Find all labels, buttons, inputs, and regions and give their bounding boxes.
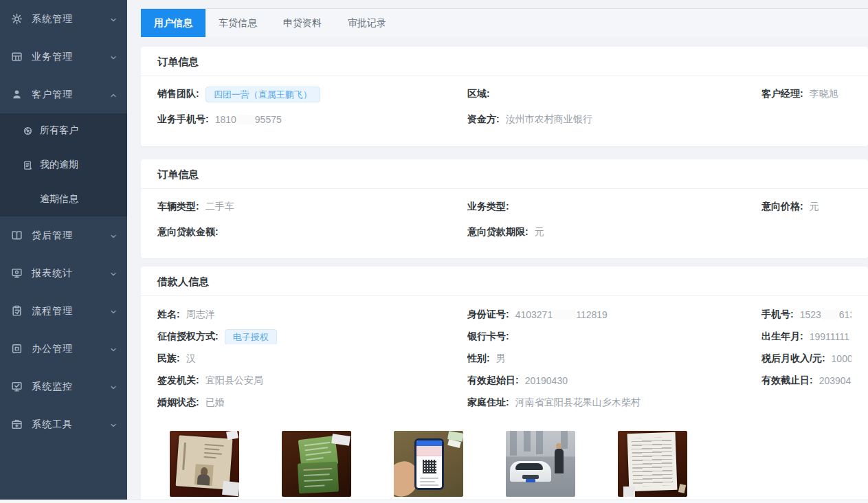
field-gender: 性别: 男 [467, 351, 761, 366]
tab-bar: 用户信息 车贷信息 申贷资料 审批记录 [141, 8, 868, 36]
field-valid-to: 有效截止日: 20390430 [761, 373, 852, 388]
sales-team-tag[interactable]: 四团一营（直属王鹏飞） [205, 87, 320, 102]
field-label: 销售团队: [157, 88, 199, 100]
sidebar-item-system-mgmt[interactable]: 系统管理 [0, 0, 127, 38]
redaction-patch [821, 310, 839, 320]
green-booklet-photo[interactable] [282, 431, 351, 497]
field-label: 性别: [467, 353, 490, 365]
chevron-down-icon [109, 269, 118, 278]
id-card-photo[interactable] [170, 431, 239, 497]
sidebar-item-system-monitor[interactable]: 系统监控 [0, 368, 127, 405]
field-value: 15236137 [800, 309, 852, 320]
sidebar-item-label: 办公管理 [32, 343, 109, 355]
field-label: 签发机关: [157, 375, 199, 387]
customer-submenu: 所有客户 我的逾期 逾期信息 [0, 113, 127, 216]
sidebar-item-all-customers[interactable]: 所有客户 [0, 113, 127, 148]
card-title: 订单信息 [141, 47, 868, 76]
field-value: 河南省宜阳县花果山乡木柴村 [515, 396, 641, 409]
handwritten-doc-photo[interactable] [618, 431, 687, 497]
field-label: 银行卡号: [467, 331, 509, 343]
field-marital-status: 婚姻状态: 已婚 [157, 395, 467, 410]
field-valid-from: 有效起始日: 20190430 [467, 373, 761, 388]
field-label: 身份证号: [467, 309, 509, 321]
redaction-patch [236, 115, 255, 124]
field-label: 出生年月: [761, 331, 803, 343]
field-label: 区域: [467, 88, 490, 100]
field-label: 家庭住址: [467, 396, 509, 409]
gear-icon [11, 13, 23, 25]
sidebar-item-label: 报表统计 [32, 267, 109, 280]
sidebar-item-business-mgmt[interactable]: 业务管理 [0, 38, 127, 76]
sidebar-item-label: 业务管理 [32, 51, 109, 63]
chevron-down-icon [109, 53, 118, 61]
clipboard-edit-icon [11, 305, 23, 317]
field-value: 汝州市农村商业银行 [506, 113, 592, 126]
nested-square-icon [11, 343, 23, 355]
field-bank-card: 银行卡号: [467, 329, 761, 344]
field-label: 姓名: [157, 309, 180, 321]
field-label: 意向价格: [761, 201, 803, 213]
field-label: 资金方: [467, 113, 500, 126]
credit-auth-tag[interactable]: 电子授权 [225, 329, 277, 344]
field-value: 宜阳县公安局 [205, 375, 263, 387]
qr-auth-photo[interactable] [394, 431, 463, 497]
field-value: 李晓旭 [810, 88, 838, 100]
tab-approval-records[interactable]: 审批记录 [335, 9, 399, 37]
field-value: 已婚 [205, 396, 225, 409]
chevron-down-icon [109, 232, 118, 240]
field-value: 周志洋 [186, 309, 215, 321]
field-business-phone: 业务手机号: 181095575 [157, 111, 467, 128]
sidebar-item-my-overdue[interactable]: 我的逾期 [0, 148, 127, 182]
field-label: 业务手机号: [157, 113, 209, 126]
field-intent-loan-term: 意向贷款期限: 元 [467, 224, 761, 241]
chevron-down-icon [109, 345, 118, 353]
chevron-down-icon [109, 383, 118, 391]
tab-loan-application-docs[interactable]: 申贷资料 [270, 9, 335, 37]
sidebar-item-report-stats[interactable]: 报表统计 [0, 254, 127, 292]
field-value: 元 [810, 201, 819, 213]
wheel-icon [23, 126, 33, 136]
field-intent-loan-amount: 意向贷款金额: [157, 224, 467, 241]
person-car-photo[interactable] [506, 431, 575, 497]
field-label: 婚姻状态: [157, 396, 199, 409]
order-info-card: 订单信息 销售团队: 四团一营（直属王鹏飞） 区域: 客户经理: 李晓旭 业务手… [141, 47, 868, 146]
field-value: 181095575 [215, 114, 282, 125]
tab-user-info[interactable]: 用户信息 [141, 9, 205, 37]
field-business-type: 业务类型: [467, 199, 761, 215]
sidebar-item-label: 我的逾期 [40, 159, 78, 171]
sidebar-item-label: 系统管理 [32, 13, 109, 25]
field-value: 元 [535, 226, 544, 238]
sidebar-item-label: 贷后管理 [32, 230, 109, 242]
photo-row: 本人图 [170, 431, 868, 503]
sidebar-item-process-mgmt[interactable]: 流程管理 [0, 292, 127, 330]
sidebar-item-post-loan-mgmt[interactable]: 贷后管理 [0, 216, 127, 254]
sidebar-item-label: 流程管理 [32, 305, 109, 317]
field-name: 姓名: 周志洋 [157, 307, 467, 322]
sidebar: 系统管理 业务管理 客户管理 所有客户 我的逾期 逾期信息 [0, 0, 127, 500]
field-sales-team: 销售团队: 四团一营（直属王鹏飞） [157, 86, 467, 102]
sidebar-item-office-mgmt[interactable]: 办公管理 [0, 330, 127, 368]
field-value: 男 [496, 353, 506, 365]
chevron-down-icon [109, 421, 118, 429]
monitor-check-icon [11, 381, 23, 392]
field-funder: 资金方: 汝州市农村商业银行 [467, 111, 761, 128]
field-value: 10000 [832, 353, 852, 364]
field-value: 19911111 [810, 331, 849, 342]
chevron-down-icon [109, 15, 118, 23]
sidebar-item-system-tools[interactable]: 系统工具 [0, 405, 127, 443]
field-label: 征信授权方式: [157, 331, 219, 343]
sidebar-item-customer-mgmt[interactable]: 客户管理 [0, 76, 127, 113]
field-phone: 手机号: 15236137 [761, 307, 852, 322]
sidebar-item-label: 客户管理 [32, 89, 109, 101]
field-intent-price: 意向价格: 元 [761, 199, 852, 215]
field-credit-auth: 征信授权方式: 电子授权 [157, 329, 467, 344]
sidebar-item-label: 系统监控 [32, 381, 109, 393]
sidebar-item-overdue-info[interactable]: 逾期信息 [0, 182, 127, 216]
field-label: 民族: [157, 353, 180, 365]
tab-car-loan-info[interactable]: 车贷信息 [205, 9, 270, 37]
field-id-number: 身份证号: 4103271112819 [467, 307, 761, 322]
grid-icon [11, 51, 23, 63]
field-value: 汉 [186, 353, 196, 365]
field-address: 家庭住址: 河南省宜阳县花果山乡木柴村 [467, 395, 761, 410]
field-label: 意向贷款金额: [157, 226, 219, 238]
